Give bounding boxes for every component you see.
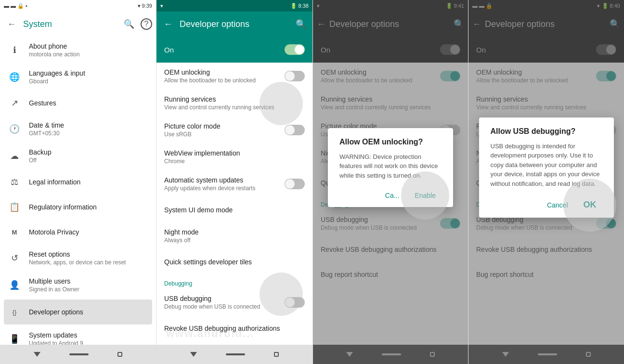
picture-color-p2[interactable]: Picture color mode Use sRGB [156, 117, 312, 143]
running-subtitle-p2: View and control currently running servi… [164, 104, 305, 111]
auto-toggle-p2[interactable] [285, 179, 305, 189]
toolbar-p1: ← System 🔍 ? [0, 12, 156, 37]
setting-users[interactable]: 👤 Multiple users Signed in as Owner [0, 272, 156, 299]
usb-cancel-button[interactable]: Cancel [541, 196, 574, 214]
setting-reset-text: Reset options Network, apps, or device c… [29, 250, 148, 266]
revoke-usb-p2[interactable]: Revoke USB debugging authorizations [156, 316, 312, 341]
globe-icon: 🌐 [8, 70, 21, 84]
night-title-p2: Night mode [164, 228, 305, 236]
picture-toggle-p2[interactable] [285, 125, 305, 135]
oem-unlocking-p2[interactable]: OEM unlocking Allow the bootloader to be… [156, 63, 312, 90]
panel-system-settings: ▬ ▬ 🔒 • ▾ 9:39 ← System 🔍 ? ℹ About phon… [0, 0, 156, 364]
setting-about-phone[interactable]: ℹ About phone motorola one action [0, 37, 156, 64]
auto-updates-p2[interactable]: Automatic system updates Apply updates w… [156, 170, 312, 197]
panel-developer-usb-dialog: ▬ ▬ 🔒 ▾ 🔋 8:40 ← Developer options 🔍 On … [468, 0, 624, 364]
oem-enable-button[interactable]: Enable [409, 188, 442, 203]
recents-nav-p1[interactable] [117, 352, 122, 357]
quick-title-p2: Quick settings developer tiles [164, 258, 305, 266]
lock-icon: 🔒 [17, 3, 24, 9]
oem-dialog-title: Allow OEM unlocking? [339, 138, 442, 146]
usb-dialog-overlay: Allow USB debugging? USB debugging is in… [468, 0, 624, 364]
back-nav-p1[interactable] [34, 352, 40, 357]
home-nav-p2[interactable] [226, 353, 245, 355]
usb-ok-button[interactable]: OK [578, 196, 602, 214]
setting-gestures[interactable]: ↗ Gestures [0, 91, 156, 116]
setting-languages-text: Languages & input Gboard [29, 69, 148, 85]
users-icon: 👤 [8, 278, 21, 292]
setting-users-text: Multiple users Signed in as Owner [29, 277, 148, 293]
oem-toggle-p2[interactable] [285, 71, 305, 81]
setting-motorola-text: Motorola Privacy [29, 228, 148, 236]
usb-title-p2: USB debugging [164, 295, 285, 302]
setting-updates-text: System updates Updated to Android 9 [29, 331, 148, 345]
setting-legal[interactable]: ⚖ Legal information [0, 169, 156, 195]
enable-label: Enable [415, 192, 436, 199]
bug-report-p2[interactable]: Bug report shortcut [156, 341, 312, 345]
dev-toggle-label: On [164, 46, 174, 54]
users-subtitle: Signed in as Owner [29, 286, 148, 293]
legal-icon: ⚖ [8, 175, 21, 189]
back-button-p2[interactable]: ← [160, 16, 176, 32]
setting-system-updates[interactable]: 📱 System updates Updated to Android 9 [0, 325, 156, 345]
status-right-p1: ▾ 9:39 [138, 3, 152, 9]
oem-dialog-body: WARNING: Device protection features will… [339, 152, 442, 181]
setting-datetime[interactable]: 🕐 Date & time GMT+05:30 [0, 116, 156, 143]
running-services-p2[interactable]: Running services View and control curren… [156, 90, 312, 117]
gestures-title: Gestures [29, 99, 148, 107]
setting-developer[interactable]: {} Developer options [4, 299, 152, 325]
wifi-icon-p1: ▾ [138, 3, 141, 9]
help-button-p1[interactable]: ? [141, 18, 152, 30]
battery-icon-p2: 🔋 [290, 3, 297, 9]
night-mode-p2[interactable]: Night mode Always off [156, 222, 312, 249]
setting-reset[interactable]: ↺ Reset options Network, apps, or device… [0, 245, 156, 272]
clock-icon: 🕐 [8, 122, 21, 136]
oem-text-p2: OEM unlocking Allow the bootloader to be… [164, 68, 285, 84]
search-button-p1[interactable]: 🔍 [121, 16, 137, 32]
usb-text-p2: USB debugging Debug mode when USB is con… [164, 295, 285, 310]
usb-debug-p2[interactable]: USB debugging Debug mode when USB is con… [156, 289, 312, 316]
datetime-title: Date & time [29, 121, 148, 129]
settings-list-p1: ℹ About phone motorola one action 🌐 Lang… [0, 37, 156, 345]
webview-subtitle-p2: Chrome [164, 158, 305, 165]
quick-tiles-p2[interactable]: Quick settings developer tiles [156, 249, 312, 274]
ok-label: OK [584, 200, 597, 209]
users-title: Multiple users [29, 277, 148, 285]
system-ui-p2[interactable]: System UI demo mode [156, 197, 312, 222]
back-button-p1[interactable]: ← [4, 16, 19, 32]
motorola-title: Motorola Privacy [29, 228, 148, 236]
search-button-p2[interactable]: 🔍 [293, 16, 309, 32]
status-icons-left-p2: ▾ [160, 3, 163, 9]
setting-regulatory[interactable]: 📋 Regulatory information [0, 195, 156, 220]
recents-nav-p2[interactable] [274, 352, 279, 357]
status-right-p2: 🔋 8:38 [290, 3, 309, 9]
setting-regulatory-text: Regulatory information [29, 203, 148, 211]
picture-title-p2: Picture color mode [164, 122, 285, 130]
legal-title: Legal information [29, 178, 148, 186]
oem-dialog-overlay: Allow OEM unlocking? WARNING: Device pro… [313, 0, 468, 364]
usb-toggle-p2[interactable] [285, 297, 305, 308]
webview-p2[interactable]: WebView implementation Chrome [156, 143, 312, 170]
setting-languages[interactable]: 🌐 Languages & input Gboard [0, 64, 156, 91]
dev-toggle-header[interactable]: On [156, 37, 312, 63]
reset-icon: ↺ [8, 251, 21, 265]
night-subtitle-p2: Always off [164, 237, 305, 244]
setting-motorola-privacy[interactable]: M Motorola Privacy [0, 220, 156, 245]
dev-toggle-switch[interactable] [285, 44, 305, 55]
revoke-text-p2: Revoke USB debugging authorizations [164, 325, 305, 332]
setting-gestures-text: Gestures [29, 99, 148, 107]
setting-backup[interactable]: ☁ Backup Off [0, 143, 156, 169]
file-icon2: ▬ [11, 3, 16, 9]
bottom-nav-p1 [0, 345, 156, 364]
updates-title: System updates [29, 331, 148, 339]
panel-developer-oem-dialog: ▾ 🔋 9:41 ← Developer options 🔍 On OEM un… [313, 0, 468, 364]
debugging-label-p2: Debugging [156, 274, 312, 289]
back-nav-p2[interactable] [190, 352, 197, 357]
webview-title-p2: WebView implementation [164, 149, 305, 157]
oem-cancel-button[interactable]: Ca... [379, 188, 405, 203]
oem-title-p2: OEM unlocking [164, 68, 285, 76]
home-nav-p1[interactable] [69, 353, 89, 355]
picture-text-p2: Picture color mode Use sRGB [164, 122, 285, 138]
dot-icon: • [26, 3, 27, 9]
revoke-title-p2: Revoke USB debugging authorizations [164, 325, 305, 332]
usb-dialog-body: USB debugging is intended for developmen… [491, 142, 602, 189]
